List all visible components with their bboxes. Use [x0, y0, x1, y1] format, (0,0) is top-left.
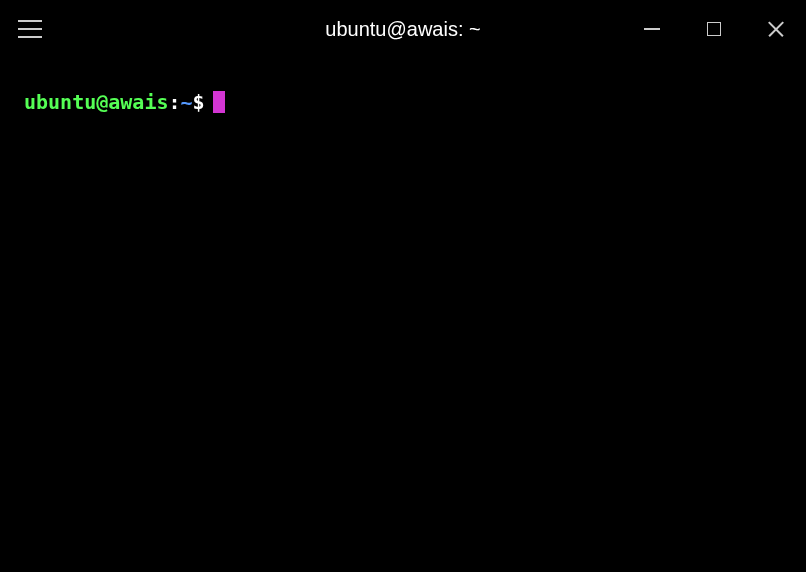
titlebar-left: [18, 20, 42, 38]
maximize-icon: [707, 22, 721, 36]
prompt-separator: :: [169, 88, 181, 116]
prompt-user-host: ubuntu@awais: [24, 88, 169, 116]
prompt-path: ~: [181, 88, 193, 116]
window-controls: [640, 17, 788, 41]
minimize-icon: [644, 28, 660, 30]
terminal-cursor: [213, 91, 225, 113]
close-button[interactable]: [764, 17, 788, 41]
window-titlebar: ubuntu@awais: ~: [0, 0, 806, 58]
prompt-symbol: $: [193, 88, 205, 116]
terminal-area[interactable]: ubuntu@awais:~$: [0, 58, 806, 146]
minimize-button[interactable]: [640, 17, 664, 41]
window-title: ubuntu@awais: ~: [325, 18, 480, 41]
prompt-line: ubuntu@awais:~$: [24, 88, 782, 116]
close-icon: [767, 20, 785, 38]
maximize-button[interactable]: [702, 17, 726, 41]
hamburger-menu-icon[interactable]: [18, 20, 42, 38]
